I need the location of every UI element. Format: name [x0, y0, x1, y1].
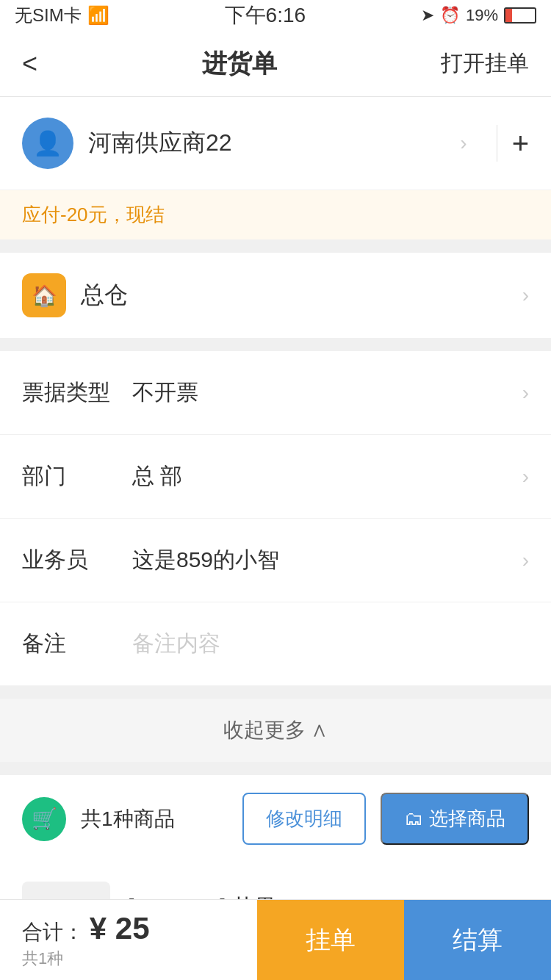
collapse-label: 收起更多 ∧ [223, 718, 328, 741]
select-product-button[interactable]: 🗂 选择商品 [381, 793, 529, 845]
invoice-type-value: 不开票 [132, 378, 522, 408]
warehouse-name: 总仓 [81, 279, 522, 311]
supplier-row[interactable]: 👤 河南供应商22 › + [0, 97, 551, 190]
product-header: 🛒 共1种商品 修改明细 🗂 选择商品 [0, 775, 551, 862]
invoice-type-arrow-icon: › [522, 381, 529, 405]
status-bar: 无SIM卡 📶 下午6:16 ➤ ⏰ 19% [0, 0, 551, 31]
department-arrow-icon: › [522, 465, 529, 489]
department-label: 部门 [22, 461, 118, 491]
warehouse-icon: 🏠 [22, 273, 66, 317]
invoice-type-label: 票据类型 [22, 378, 118, 408]
product-count-icon: 🛒 [22, 797, 66, 841]
select-product-label: 选择商品 [429, 806, 505, 832]
status-time: 下午6:16 [225, 1, 306, 29]
location-icon: ➤ [421, 6, 434, 25]
status-right: ➤ ⏰ 19% [421, 6, 536, 25]
department-row[interactable]: 部门 总 部 › [0, 435, 551, 519]
supplier-section: 👤 河南供应商22 › + 应付-20元，现结 [0, 97, 551, 239]
divider [497, 125, 497, 162]
warehouse-row[interactable]: 🏠 总仓 › [0, 253, 551, 338]
notice-text: 应付-20元，现结 [22, 203, 165, 226]
form-section: 票据类型 不开票 › 部门 总 部 › 业务员 这是859的小智 › 备注 备注… [0, 351, 551, 685]
notice-bar: 应付-20元，现结 [0, 190, 551, 239]
wifi-icon: 📶 [87, 5, 109, 26]
salesperson-row[interactable]: 业务员 这是859的小智 › [0, 519, 551, 602]
remark-label: 备注 [22, 629, 118, 659]
alarm-icon: ⏰ [440, 6, 460, 25]
status-left: 无SIM卡 📶 [15, 4, 109, 27]
supplier-arrow-icon: › [460, 131, 467, 155]
back-button[interactable]: < [22, 48, 37, 79]
invoice-type-row[interactable]: 票据类型 不开票 › [0, 351, 551, 435]
total-count: 共1种 [22, 948, 235, 970]
nav-bar: < 进货单 打开挂单 [0, 31, 551, 97]
collapse-bar[interactable]: 收起更多 ∧ [0, 699, 551, 762]
warehouse-section: 🏠 总仓 › [0, 253, 551, 338]
salesperson-value: 这是859的小智 [132, 545, 522, 575]
avatar-icon: 👤 [33, 129, 62, 157]
remark-row[interactable]: 备注 备注内容 [0, 602, 551, 685]
supplier-name: 河南供应商22 [88, 127, 460, 159]
battery-icon [504, 7, 536, 24]
department-value: 总 部 [132, 461, 522, 491]
salesperson-label: 业务员 [22, 545, 118, 575]
bottom-bar: 合计： ¥ 25 共1种 挂单 结算 [0, 899, 551, 980]
checkout-button[interactable]: 结算 [404, 900, 551, 981]
supplier-avatar: 👤 [22, 118, 73, 169]
salesperson-arrow-icon: › [522, 549, 529, 572]
warehouse-arrow-icon: › [522, 284, 529, 307]
edit-detail-button[interactable]: 修改明细 [242, 793, 366, 845]
total-amount: ¥ 25 [90, 911, 150, 945]
select-product-icon: 🗂 [404, 807, 423, 830]
page-title: 进货单 [202, 47, 277, 81]
remark-input[interactable]: 备注内容 [132, 629, 529, 659]
total-area: 合计： ¥ 25 共1种 [0, 911, 257, 970]
add-supplier-button[interactable]: + [512, 127, 529, 160]
product-count-text: 共1种商品 [81, 805, 228, 833]
open-hang-button[interactable]: 打开挂单 [441, 48, 529, 79]
battery-text: 19% [466, 6, 498, 25]
total-label: 合计： [22, 920, 84, 943]
carrier-text: 无SIM卡 [15, 4, 82, 27]
hang-button[interactable]: 挂单 [257, 900, 404, 981]
cart-icon: 🛒 [32, 807, 57, 831]
total-label-row: 合计： ¥ 25 [22, 911, 235, 946]
